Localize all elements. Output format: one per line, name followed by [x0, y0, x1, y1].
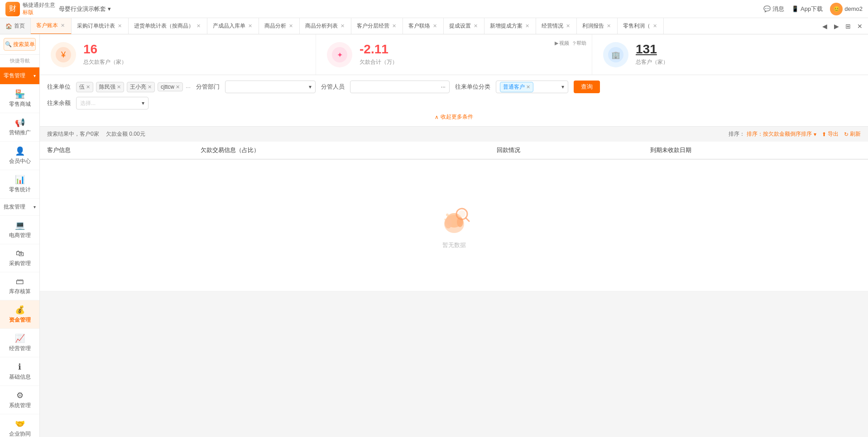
svg-point-13: [446, 214, 449, 216]
sort-control[interactable]: 排序： 排序：按欠款金额倒序排序 ▾: [729, 130, 816, 138]
top-bar: 财 畅捷通好生意 标版 母婴行业演示帐套 ▾ 💬 消息 📱 App下载 😊 de…: [0, 0, 868, 18]
tab-raise-settings[interactable]: 提成设置 ✕: [444, 18, 484, 34]
tab-product-analysis[interactable]: 商品分析 ✕: [259, 18, 300, 34]
col-repayment: 回款情况: [489, 142, 643, 159]
sidebar-item-operation[interactable]: 📈 经营管理: [0, 329, 39, 357]
svg-text:¥: ¥: [61, 50, 66, 59]
tab-close-icon[interactable]: ✕: [196, 22, 201, 30]
tab-expand-btn[interactable]: ⊞: [843, 21, 854, 32]
account-selector[interactable]: 母婴行业演示帐套 ▾: [59, 5, 111, 13]
result-bar: 搜索结果中，客户0家 欠款金额 0.00元 排序： 排序：按欠款金额倒序排序 ▾…: [40, 127, 868, 142]
tab-new-raise-plan[interactable]: 新增提成方案 ✕: [484, 18, 536, 34]
tab-close-icon[interactable]: ✕: [340, 22, 345, 30]
sidebar-item-wholesale[interactable]: 批发管理 ▾: [0, 199, 39, 216]
sidebar-search-button[interactable]: 🔍 搜索菜单: [4, 38, 36, 51]
sidebar-item-marketing[interactable]: 📢 营销推广: [0, 113, 39, 142]
export-icon: ⬆: [822, 131, 826, 138]
tag-normal-customer: 普通客户 ✕: [500, 82, 533, 92]
tab-customer-segment[interactable]: 客户分层经营 ✕: [351, 18, 403, 34]
sidebar-item-retail-stats[interactable]: 📊 零售统计: [0, 170, 39, 199]
stat-total-all-customers: 🏢 131 总客户（家）: [592, 34, 868, 75]
chevron-up-icon: ∧: [435, 114, 439, 120]
svg-point-14: [444, 218, 446, 220]
tag-wang: 王小亮 ✕: [127, 82, 155, 92]
tab-retail-profit[interactable]: 零售利润（ ✕: [618, 18, 664, 34]
app-download-btn[interactable]: 📱 App下载: [791, 5, 823, 13]
stat-total-customers: ¥ 16 总欠款客户（家）: [40, 34, 316, 75]
tab-close-icon[interactable]: ✕: [288, 22, 294, 30]
tab-product-analysis-list[interactable]: 商品分析列表 ✕: [300, 18, 351, 34]
refresh-btn[interactable]: ↻ 刷新: [844, 130, 861, 138]
user-menu[interactable]: 😊 demo2: [830, 3, 863, 15]
help-btn[interactable]: ? 帮助: [573, 40, 586, 47]
tab-close-icon[interactable]: ✕: [473, 22, 479, 30]
empty-illustration: [434, 201, 475, 238]
tab-close-icon[interactable]: ✕: [60, 22, 66, 29]
sidebar-item-purchase[interactable]: 🛍 采购管理: [0, 244, 39, 272]
chevron-down-icon: ▾: [309, 84, 312, 90]
person-filter-select[interactable]: ···: [350, 81, 450, 93]
tab-purchase-order[interactable]: 采购订单统计表 ✕: [72, 18, 129, 34]
sidebar-item-enterprise-collab[interactable]: 🤝 企业协同: [0, 414, 39, 437]
more-icon: ···: [441, 84, 446, 90]
sidebar-item-retail-mgmt[interactable]: 零售管理 ▾: [0, 67, 39, 85]
query-button[interactable]: 查询: [574, 81, 600, 93]
tab-close-icon[interactable]: ✕: [606, 22, 612, 30]
table-body: 暂无数据: [40, 159, 868, 291]
tab-close-icon[interactable]: ✕: [524, 22, 530, 30]
download-icon: 📱: [791, 5, 799, 12]
tab-close-icon[interactable]: ✕: [432, 22, 438, 30]
system-icon: ⚙: [0, 390, 39, 400]
svg-line-12: [466, 218, 469, 221]
sidebar-item-finance[interactable]: 💰 资金管理: [0, 300, 39, 329]
sidebar-item-basic-info[interactable]: ℹ 基础信息: [0, 357, 39, 386]
filter-section: 往来单位 伍 ✕ 陈民强 ✕ 王小亮 ✕ cjttcw: [40, 75, 868, 127]
chevron-icon: ▾: [34, 204, 36, 209]
tab-close-icon[interactable]: ✕: [391, 22, 397, 30]
play-icon: ▶: [555, 40, 558, 46]
tag-close-wang[interactable]: ✕: [148, 84, 152, 90]
category-filter-select[interactable]: 普通客户 ✕ ▾: [496, 81, 568, 93]
dept-filter-label: 分管部门: [196, 83, 220, 91]
logo-area: 财 畅捷通好生意 标版: [5, 2, 55, 16]
tab-profit-report[interactable]: 利润报告 ✕: [577, 18, 618, 34]
tab-close-icon[interactable]: ✕: [117, 22, 123, 30]
stat-label-debt: 欠款合计（万）: [360, 58, 398, 66]
stat-value-all: 131: [636, 43, 668, 56]
tag-close-normal[interactable]: ✕: [526, 84, 530, 90]
tab-prev-btn[interactable]: ◀: [819, 21, 830, 32]
finance-icon: 💰: [0, 305, 39, 315]
sidebar-item-system[interactable]: ⚙ 系统管理: [0, 386, 39, 414]
tag-close-chen[interactable]: ✕: [117, 84, 121, 90]
export-btn[interactable]: ⬆ 导出: [822, 130, 839, 138]
result-actions: 排序： 排序：按欠款金额倒序排序 ▾ ⬆ 导出 ↻ 刷新: [729, 130, 861, 138]
tab-operation-status[interactable]: 经营情况 ✕: [536, 18, 577, 34]
tab-close-all-btn[interactable]: ✕: [854, 21, 865, 32]
tab-close-icon[interactable]: ✕: [565, 22, 571, 30]
sidebar-item-ecommerce[interactable]: 💻 电商管理: [0, 216, 39, 244]
video-help-btn[interactable]: ▶ 视频: [555, 40, 569, 47]
sidebar-item-quick-nav[interactable]: 快捷导航: [0, 55, 39, 67]
dept-filter-select[interactable]: ▾: [225, 81, 316, 93]
tab-next-btn[interactable]: ▶: [831, 21, 842, 32]
balance-filter-select[interactable]: 选择... ▾: [76, 97, 149, 109]
tab-home[interactable]: 🏠 首页: [0, 18, 31, 34]
tab-close-icon[interactable]: ✕: [652, 22, 658, 30]
collapse-filter-btn[interactable]: ∧ 收起更多条件: [47, 113, 861, 121]
sidebar: 🔍 搜索菜单 快捷导航 零售管理 ▾ 🏪 零售商城 📢 营销推广 👤 会员中心 …: [0, 34, 40, 437]
sidebar-item-retail-mall[interactable]: 🏪 零售商城: [0, 85, 39, 113]
more-tags-btn[interactable]: ···: [186, 84, 191, 90]
tab-customer-contact[interactable]: 客户联络 ✕: [403, 18, 444, 34]
person-filter-label: 分管人员: [321, 83, 345, 91]
sidebar-item-member[interactable]: 👤 会员中心: [0, 142, 39, 170]
tab-product-inbound[interactable]: 产成品入库单 ✕: [207, 18, 259, 34]
tab-purchase-stats[interactable]: 进货单统计表（按商品） ✕: [129, 18, 207, 34]
stat-icon-debt: ✦: [327, 42, 352, 67]
tag-close-cjttcw[interactable]: ✕: [176, 84, 180, 90]
col-customer-info: 客户信息: [40, 142, 193, 159]
tab-customer-book[interactable]: 客户账本 ✕: [31, 18, 72, 34]
tab-close-icon[interactable]: ✕: [247, 22, 253, 30]
message-btn[interactable]: 💬 消息: [763, 5, 784, 13]
tag-close-wu[interactable]: ✕: [86, 84, 90, 90]
sidebar-item-inventory[interactable]: 🗃 库存核算: [0, 272, 39, 300]
